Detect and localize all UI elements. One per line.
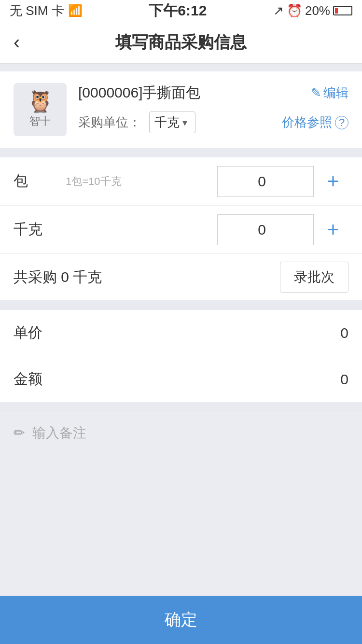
bag-row: 包 1包=10千克 + <box>0 157 362 206</box>
product-card: 🦉 智十 [0000006]手撕面包 ✎ 编辑 采购单位： 千克 ▾ 价格参照 <box>0 71 362 148</box>
nav-bar: ‹ 填写商品采购信息 <box>0 21 362 64</box>
back-button[interactable]: ‹ <box>14 31 20 53</box>
kg-label: 千克 <box>14 220 62 239</box>
price-ref-button[interactable]: 价格参照 ? <box>282 114 348 131</box>
amount-row: 金额 0 <box>0 356 362 403</box>
unit-label: 采购单位： <box>78 115 141 129</box>
edit-icon: ✎ <box>311 85 321 100</box>
status-bar: 无 SIM 卡 📶 下午6:12 ↗ ⏰ 20% <box>0 0 362 21</box>
product-thumb-label: 智十 <box>29 114 51 128</box>
total-value: 0 <box>61 269 69 285</box>
unit-price-label: 单价 <box>14 323 42 343</box>
unit-price-row: 单价 0 <box>0 310 362 356</box>
pricing-section: 单价 0 金额 0 <box>0 310 362 403</box>
unit-price-value: 0 <box>340 325 348 341</box>
product-name-row: [0000006]手撕面包 ✎ 编辑 <box>78 83 348 103</box>
plus-icon-2: + <box>327 218 339 241</box>
battery-pct: 20% <box>305 3 330 18</box>
edit-button[interactable]: ✎ 编辑 <box>311 84 348 101</box>
price-ref-q-icon: ? <box>335 116 348 129</box>
unit-select[interactable]: 千克 ▾ <box>149 112 195 133</box>
bag-quantity-input[interactable] <box>217 166 314 197</box>
amount-label: 金额 <box>14 369 42 389</box>
location-icon: ↗ <box>273 3 284 18</box>
plus-icon: + <box>327 170 339 193</box>
section-divider-3 <box>0 403 362 412</box>
status-left: 无 SIM 卡 📶 <box>10 2 83 19</box>
status-right: ↗ ⏰ 20% <box>273 3 352 18</box>
confirm-button[interactable]: 确定 <box>0 596 362 644</box>
product-unit-row: 采购单位： 千克 ▾ 价格参照 ? <box>78 112 348 133</box>
product-info: [0000006]手撕面包 ✎ 编辑 采购单位： 千克 ▾ 价格参照 ? <box>78 83 348 133</box>
kg-row: 千克 + <box>0 206 362 254</box>
chevron-down-icon: ▾ <box>182 117 187 128</box>
batch-button[interactable]: 录批次 <box>280 262 348 293</box>
section-divider-1 <box>0 148 362 157</box>
product-thumb-icon: 🦉 <box>27 91 54 112</box>
bag-sublabel: 1包=10千克 <box>66 174 122 189</box>
unit-selector-wrap: 采购单位： 千克 ▾ <box>78 112 195 133</box>
alarm-icon: ⏰ <box>287 3 302 18</box>
confirm-button-label: 确定 <box>165 609 197 631</box>
product-name: [0000006]手撕面包 <box>78 83 200 103</box>
remark-section[interactable]: ✏ 输入备注 <box>0 412 362 470</box>
kg-plus-button[interactable]: + <box>318 214 348 245</box>
total-text: 共采购 0 千克 <box>14 267 102 287</box>
edit-label: 编辑 <box>323 84 348 101</box>
pencil-icon: ✏ <box>14 425 25 441</box>
product-thumbnail: 🦉 智十 <box>14 83 67 136</box>
kg-quantity-input[interactable] <box>217 214 314 245</box>
remark-placeholder: 输入备注 <box>32 424 86 442</box>
status-time: 下午6:12 <box>149 1 207 21</box>
bag-plus-button[interactable]: + <box>318 166 348 197</box>
unit-value: 千克 <box>154 114 180 131</box>
battery-icon <box>333 6 352 15</box>
no-sim-label: 无 SIM 卡 <box>10 2 64 19</box>
price-ref-label: 价格参照 <box>282 114 332 131</box>
page-title: 填写商品采购信息 <box>115 31 247 54</box>
total-row: 共采购 0 千克 录批次 <box>0 254 362 300</box>
amount-value: 0 <box>340 371 348 388</box>
bag-label: 包 <box>14 171 62 191</box>
section-divider-2 <box>0 300 362 310</box>
top-divider <box>0 64 362 71</box>
quantity-section: 包 1包=10千克 + 千克 + <box>0 157 362 254</box>
wifi-icon: 📶 <box>68 4 83 17</box>
